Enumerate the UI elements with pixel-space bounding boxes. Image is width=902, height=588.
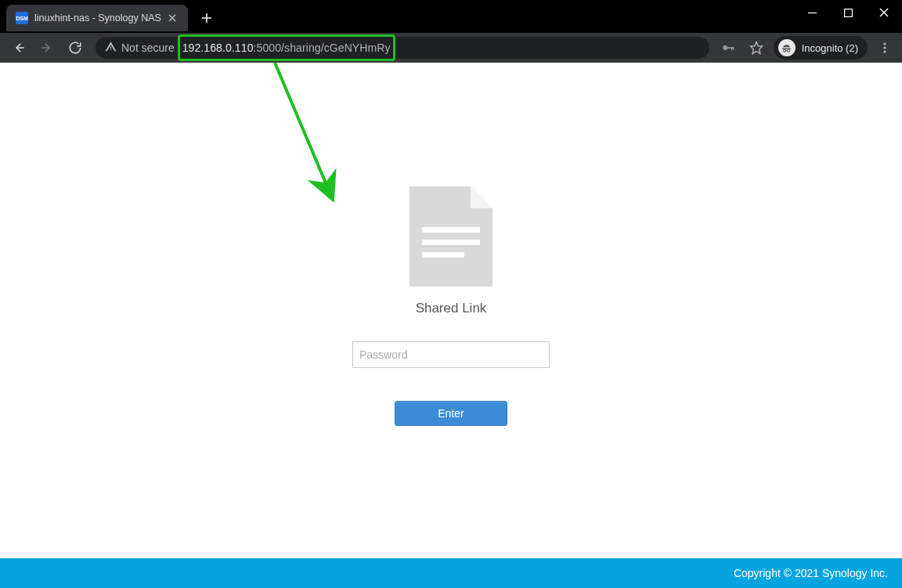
password-input[interactable] xyxy=(352,341,550,368)
warning-icon xyxy=(105,41,117,55)
url-text: 192.168.0.110:5000/sharing/cGeNYHmRy xyxy=(182,41,391,54)
browser-tab[interactable]: DSM linuxhint-nas - Synology NAS xyxy=(6,5,188,31)
svg-point-19 xyxy=(883,46,886,49)
window-maximize-button[interactable] xyxy=(830,0,866,25)
browser-toolbar: Not secure 192.168.0.110:5000/sharing/cG… xyxy=(0,33,902,63)
enter-button[interactable]: Enter xyxy=(395,401,507,426)
tab-title: linuxhint-nas - Synology NAS xyxy=(34,13,166,23)
svg-rect-11 xyxy=(727,47,733,49)
svg-point-16 xyxy=(788,49,790,52)
browser-menu-button[interactable] xyxy=(874,37,896,59)
svg-rect-13 xyxy=(733,47,734,49)
svg-point-18 xyxy=(883,42,886,45)
svg-point-20 xyxy=(883,50,886,52)
svg-point-10 xyxy=(723,45,727,50)
incognito-icon xyxy=(778,39,796,56)
svg-rect-1 xyxy=(844,9,852,16)
incognito-indicator[interactable]: Incognito (2) xyxy=(774,36,868,60)
page-footer: Copyright © 2021 Synology Inc. xyxy=(0,558,902,588)
page-viewport: Shared Link Enter Copyright © 2021 Synol… xyxy=(0,63,902,588)
browser-tabstrip: DSM linuxhint-nas - Synology NAS xyxy=(6,5,218,31)
favicon-icon: DSM xyxy=(16,12,28,24)
tab-close-button[interactable] xyxy=(166,12,179,24)
password-key-icon[interactable] xyxy=(717,37,739,59)
back-button[interactable] xyxy=(6,35,31,60)
svg-rect-24 xyxy=(422,252,464,258)
page-title: Shared Link xyxy=(416,301,487,316)
window-minimize-button[interactable] xyxy=(794,0,830,25)
window-close-button[interactable] xyxy=(866,0,902,25)
svg-rect-12 xyxy=(731,47,732,50)
incognito-label: Incognito (2) xyxy=(802,42,858,54)
page-content: Shared Link Enter xyxy=(0,63,902,558)
svg-marker-14 xyxy=(750,42,762,54)
svg-rect-22 xyxy=(422,227,480,233)
footer-copyright: Copyright © 2021 Synology Inc. xyxy=(734,567,888,579)
svg-rect-23 xyxy=(422,240,480,245)
forward-button[interactable] xyxy=(34,35,60,60)
new-tab-button[interactable] xyxy=(196,7,218,29)
svg-line-21 xyxy=(275,63,330,194)
bookmark-star-icon[interactable] xyxy=(745,37,767,59)
address-bar[interactable]: Not secure 192.168.0.110:5000/sharing/cG… xyxy=(96,37,709,59)
security-label: Not secure xyxy=(121,41,175,54)
reload-button[interactable] xyxy=(63,35,88,60)
svg-point-15 xyxy=(784,49,786,52)
document-icon xyxy=(406,186,496,287)
